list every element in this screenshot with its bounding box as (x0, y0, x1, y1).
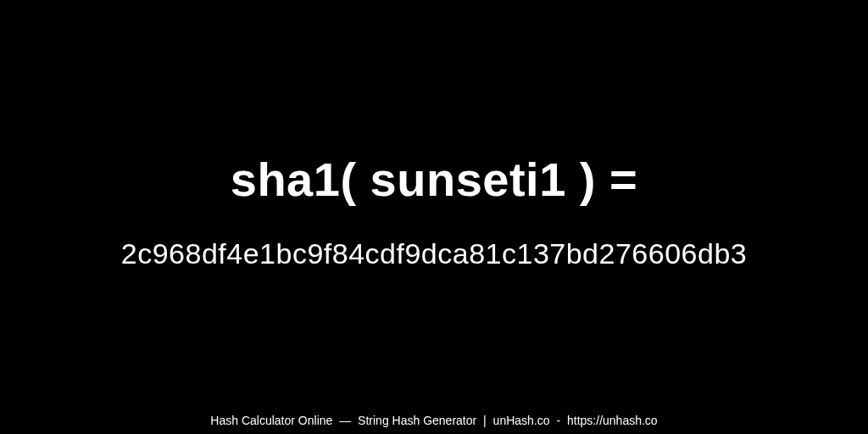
hash-expression: sha1( sunseti1 ) = (231, 152, 638, 207)
footer-app-name: Hash Calculator Online (210, 414, 332, 427)
footer-site-url[interactable]: https://unhash.co (567, 414, 658, 427)
main-content: sha1( sunseti1 ) = 2c968df4e1bc9f84cdf9d… (0, 0, 868, 434)
footer-subtitle: String Hash Generator (358, 414, 476, 427)
hash-result: 2c968df4e1bc9f84cdf9dca81c137bd276606db3 (121, 237, 747, 270)
footer-site-name[interactable]: unHash.co (493, 414, 550, 427)
footer-separator: | (483, 414, 487, 427)
footer-separator: - (556, 414, 560, 427)
footer-separator: — (339, 414, 351, 427)
footer: Hash Calculator Online — String Hash Gen… (0, 414, 868, 427)
